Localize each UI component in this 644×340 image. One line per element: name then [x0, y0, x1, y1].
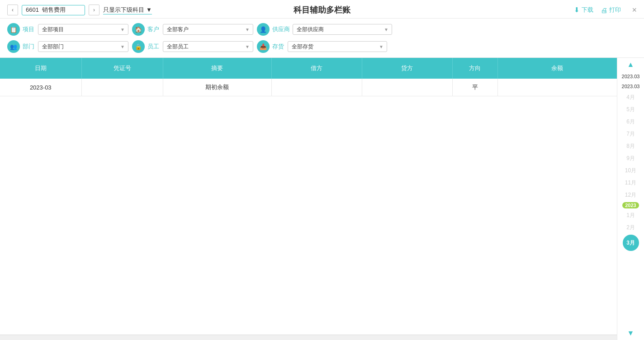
timeline-up-btn[interactable]: ▲ — [617, 58, 644, 71]
timeline-item-8[interactable]: 8月 — [617, 140, 644, 152]
timeline-item-1[interactable]: 1月 — [617, 209, 644, 222]
supplier-icon: 👤 — [257, 23, 270, 36]
timeline-item-11[interactable]: 11月 — [617, 177, 644, 189]
project-label: 项目 — [23, 25, 35, 33]
cell-direction: 平 — [452, 79, 497, 96]
customer-filter-group: 🏠 客户 全部客户 — [132, 23, 253, 36]
customer-icon: 🏠 — [132, 23, 145, 36]
show-sub-filter[interactable]: 只显示下级科目 ▼ — [103, 6, 152, 14]
timeline-item-12[interactable]: 12月 — [617, 189, 644, 201]
col-header-debit: 借方 — [271, 58, 362, 79]
employee-select[interactable]: 全部员工 — [163, 41, 253, 52]
timeline-item-2023-03-first[interactable]: 2023.03 — [617, 71, 644, 81]
chevron-down-icon: ▼ — [627, 329, 635, 337]
supplier-filter-group: 👤 供应商 全部供应商 — [257, 23, 392, 36]
employee-icon: 🔒 — [132, 40, 145, 53]
prev-account-btn[interactable]: ‹ — [7, 5, 18, 15]
next-account-btn[interactable]: › — [89, 5, 99, 15]
customer-select-wrapper: 全部客户 — [163, 24, 253, 35]
account-code-input[interactable] — [22, 5, 85, 15]
customer-label: 客户 — [147, 25, 160, 33]
download-btn[interactable]: ⬇ 下载 — [574, 6, 593, 14]
print-btn[interactable]: 🖨 打印 — [601, 6, 621, 14]
timeline-item-4[interactable]: 4月 — [617, 91, 644, 104]
cell-date: 2023-03 — [0, 79, 81, 96]
chevron-up-icon: ▲ — [627, 61, 635, 69]
col-header-summary: 摘要 — [163, 58, 271, 79]
project-select-wrapper: 全部项目 — [38, 24, 128, 35]
department-select[interactable]: 全部部门 — [38, 41, 128, 52]
col-header-balance: 余额 — [497, 58, 617, 79]
department-filter-group: 👥 部门 全部部门 — [7, 40, 128, 53]
project-filter-group: 📋 项目 全部项目 — [7, 23, 128, 36]
supplier-select-wrapper: 全部供应商 — [293, 24, 392, 35]
department-label: 部门 — [23, 42, 35, 51]
department-select-wrapper: 全部部门 — [38, 41, 128, 52]
timeline-item-10[interactable]: 10月 — [617, 165, 644, 177]
main-content: 日期 凭证号 摘要 借方 贷方 方向 余额 2023-03 — [0, 58, 644, 340]
timeline-year-2023[interactable]: 2023 — [617, 201, 644, 209]
timeline-item-2[interactable]: 2月 — [617, 222, 644, 234]
supplier-label: 供应商 — [272, 25, 290, 33]
table-row[interactable]: 2023-03 期初余额 平 — [0, 79, 617, 96]
supplier-select[interactable]: 全部供应商 — [293, 24, 392, 35]
data-table: 日期 凭证号 摘要 借方 贷方 方向 余额 2023-03 — [0, 58, 617, 96]
department-icon: 👥 — [7, 40, 20, 53]
project-select[interactable]: 全部项目 — [38, 24, 128, 35]
main-window: ‹ › 只显示下级科目 ▼ 科目辅助多栏账 ⬇ 下载 🖨 打印 × — [0, 0, 644, 340]
timeline-sidebar: ▲ 2023.03 2023.03 4月 5月 6月 7月 — [617, 58, 644, 340]
customer-select[interactable]: 全部客户 — [163, 24, 253, 35]
dropdown-arrow-icon: ▼ — [146, 6, 152, 13]
table-area: 日期 凭证号 摘要 借方 贷方 方向 余额 2023-03 — [0, 58, 617, 340]
inventory-label: 存货 — [272, 42, 285, 51]
timeline-item-7[interactable]: 7月 — [617, 128, 644, 140]
timeline-item-3-active[interactable]: 3月 — [617, 234, 644, 252]
timeline-item-6[interactable]: 6月 — [617, 116, 644, 128]
inventory-filter-group: 📥 存货 全部存货 — [257, 40, 387, 53]
table-header-row: 日期 凭证号 摘要 借方 贷方 方向 余额 — [0, 58, 617, 79]
project-icon: 📋 — [7, 23, 20, 36]
download-icon: ⬇ — [574, 6, 580, 14]
col-header-date: 日期 — [0, 58, 81, 79]
print-icon: 🖨 — [601, 6, 607, 14]
inventory-select-wrapper: 全部存货 — [288, 41, 387, 52]
title-right: ⬇ 下载 🖨 打印 × — [574, 5, 637, 15]
cell-debit — [271, 79, 362, 96]
close-btn[interactable]: × — [632, 5, 637, 15]
inventory-select[interactable]: 全部存货 — [288, 41, 387, 52]
cell-balance — [497, 79, 617, 96]
page-title: 科目辅助多栏账 — [294, 5, 350, 15]
inventory-icon: 📥 — [257, 40, 270, 53]
col-header-voucher: 凭证号 — [81, 58, 163, 79]
timeline-down-btn[interactable]: ▼ — [617, 326, 644, 340]
employee-select-wrapper: 全部员工 — [163, 41, 253, 52]
title-left: ‹ › 只显示下级科目 ▼ — [7, 5, 152, 15]
col-header-credit: 贷方 — [362, 58, 452, 79]
timeline-item-2023-03-second[interactable]: 2023.03 — [617, 81, 644, 91]
timeline-item-5[interactable]: 5月 — [617, 104, 644, 116]
employee-label: 员工 — [147, 42, 160, 51]
employee-filter-group: 🔒 员工 全部员工 — [132, 40, 253, 53]
filter-area: 📋 项目 全部项目 🏠 客户 全部客户 👤 — [0, 19, 644, 58]
cell-credit — [362, 79, 452, 96]
horizontal-scrollbar[interactable] — [0, 335, 617, 340]
cell-summary: 期初余额 — [163, 79, 271, 96]
col-header-direction: 方向 — [452, 58, 497, 79]
cell-voucher — [81, 79, 163, 96]
title-bar: ‹ › 只显示下级科目 ▼ 科目辅助多栏账 ⬇ 下载 🖨 打印 × — [0, 0, 644, 19]
timeline-item-9[interactable]: 9月 — [617, 152, 644, 165]
